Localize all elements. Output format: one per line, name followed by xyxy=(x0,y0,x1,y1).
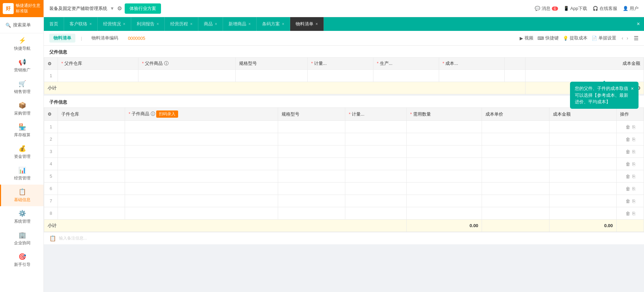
copy-icon[interactable]: ⎘ xyxy=(632,174,635,179)
online-service-button[interactable]: 🎧 在线客服 xyxy=(593,5,617,12)
tab-goods[interactable]: 商品 × xyxy=(198,17,223,31)
app-download-button[interactable]: 📱 App下载 xyxy=(564,5,587,12)
tab-ops-history-close[interactable]: × xyxy=(190,22,193,26)
child-row-2-warehouse[interactable] xyxy=(58,133,125,145)
child-col-settings[interactable]: ⚙ xyxy=(44,108,58,121)
parent-row-1-product[interactable] xyxy=(138,70,235,82)
tab-ops-status[interactable]: 经营情况 × xyxy=(98,17,131,31)
child-row-2-product[interactable] xyxy=(125,133,278,145)
child-row-4-product[interactable] xyxy=(125,158,278,170)
child-row-5-unit-cost[interactable] xyxy=(482,170,549,183)
child-row-2-qty[interactable] xyxy=(407,133,482,145)
child-row-6-spec[interactable] xyxy=(278,183,345,195)
child-row-2-spec[interactable] xyxy=(278,133,345,145)
tooltip-close-button[interactable]: × xyxy=(631,85,634,92)
delete-icon[interactable]: 🗑 xyxy=(626,186,630,191)
delete-icon[interactable]: 🗑 xyxy=(626,161,630,167)
tab-home[interactable]: 首页 xyxy=(44,17,64,31)
child-row-2-unit[interactable] xyxy=(345,133,407,145)
tab-barcode-close[interactable]: × xyxy=(282,22,284,26)
gear-icon[interactable]: ⚙ xyxy=(117,5,122,12)
copy-icon[interactable]: ⎘ xyxy=(632,198,635,204)
child-row-8-spec[interactable] xyxy=(278,207,345,220)
delete-icon[interactable]: 🗑 xyxy=(626,149,630,154)
sidebar-item-quick-nav[interactable]: ⚡ 快捷导航 xyxy=(0,33,44,55)
sidebar-item-guide[interactable]: 🎯 新手引导 xyxy=(0,249,44,271)
child-row-4-warehouse[interactable] xyxy=(58,158,125,170)
sidebar-item-inventory[interactable]: 🏪 库存核算 xyxy=(0,120,44,141)
breadcrumb-bom-code[interactable]: 物料清单编码 xyxy=(87,34,122,43)
tab-customer[interactable]: 客户联络 × xyxy=(64,17,98,31)
hint-text[interactable]: 输入备注信息... xyxy=(59,235,87,241)
nav-next[interactable]: › xyxy=(625,35,630,42)
child-row-6-warehouse[interactable] xyxy=(58,183,125,195)
copy-icon[interactable]: ⎘ xyxy=(632,149,635,154)
child-row-1-qty[interactable] xyxy=(407,121,482,133)
child-row-4-qty[interactable] xyxy=(407,158,482,170)
copy-icon[interactable]: ⎘ xyxy=(632,211,635,216)
parent-col-settings[interactable]: ⚙ xyxy=(44,58,58,70)
tab-bom[interactable]: 物料清单 × xyxy=(290,17,324,31)
tab-barcode[interactable]: 条码方案 × xyxy=(257,17,290,31)
child-row-1-spec[interactable] xyxy=(278,121,345,133)
view-action[interactable]: ▶ 视频 xyxy=(520,35,533,41)
message-button[interactable]: 💬 消息 6 xyxy=(535,5,558,12)
child-row-3-warehouse[interactable] xyxy=(58,145,125,158)
copy-icon[interactable]: ⎘ xyxy=(632,161,635,167)
user-button[interactable]: 👤 用户 xyxy=(623,5,639,12)
child-row-1-warehouse[interactable] xyxy=(58,121,125,133)
parent-row-1-warehouse[interactable] xyxy=(58,70,138,82)
child-row-4-unit[interactable] xyxy=(345,158,407,170)
tab-bom-close[interactable]: × xyxy=(315,22,318,26)
child-row-7-unit-cost[interactable] xyxy=(482,195,549,207)
sidebar-item-marketing[interactable]: 📢 营销推广 xyxy=(0,55,44,77)
dropdown-arrow-icon[interactable]: ▼ xyxy=(110,6,114,11)
child-row-7-product[interactable] xyxy=(125,195,278,207)
settings-action[interactable]: 📄 单据设置 xyxy=(592,35,616,41)
tab-profit-close[interactable]: × xyxy=(157,22,159,26)
delete-icon[interactable]: 🗑 xyxy=(626,124,630,130)
delete-icon[interactable]: 🗑 xyxy=(626,211,630,216)
child-row-8-unit-cost[interactable] xyxy=(482,207,549,220)
try-btn[interactable]: 体验行业方案 xyxy=(125,3,161,14)
child-row-3-qty[interactable] xyxy=(407,145,482,158)
child-row-7-qty[interactable] xyxy=(407,195,482,207)
child-row-4-spec[interactable] xyxy=(278,158,345,170)
child-row-6-unit-cost[interactable] xyxy=(482,183,549,195)
child-row-7-spec[interactable] xyxy=(278,195,345,207)
child-row-7-warehouse[interactable] xyxy=(58,195,125,207)
child-row-1-unit-cost[interactable] xyxy=(482,121,549,133)
sidebar-item-operations[interactable]: 📊 经营管理 xyxy=(0,163,44,185)
cost-action[interactable]: 💡 提取成本 xyxy=(563,35,587,41)
child-row-6-unit[interactable] xyxy=(345,183,407,195)
shortcut-action[interactable]: ⌨ 快捷键 xyxy=(537,35,559,41)
delete-icon[interactable]: 🗑 xyxy=(626,137,630,142)
tab-ops-status-close[interactable]: × xyxy=(123,22,125,26)
child-row-3-product[interactable] xyxy=(125,145,278,158)
tab-customer-close[interactable]: × xyxy=(89,22,92,26)
tab-new-goods-close[interactable]: × xyxy=(248,22,251,26)
copy-icon[interactable]: ⎘ xyxy=(632,186,635,191)
child-row-2-unit-cost[interactable] xyxy=(482,133,549,145)
child-row-4-unit-cost[interactable] xyxy=(482,158,549,170)
child-row-8-unit[interactable] xyxy=(345,207,407,220)
child-row-5-spec[interactable] xyxy=(278,170,345,183)
child-row-5-product[interactable] xyxy=(125,170,278,183)
child-row-5-qty[interactable] xyxy=(407,170,482,183)
tab-profit-report[interactable]: 利润报告 × xyxy=(131,17,165,31)
list-view-icon[interactable]: ☰ xyxy=(634,35,639,42)
child-row-1-product[interactable] xyxy=(125,121,278,133)
tab-goods-close[interactable]: × xyxy=(215,22,217,26)
child-row-1-unit[interactable] xyxy=(345,121,407,133)
child-row-5-warehouse[interactable] xyxy=(58,170,125,183)
sidebar-item-purchase[interactable]: 📦 采购管理 xyxy=(0,98,44,120)
child-row-6-qty[interactable] xyxy=(407,183,482,195)
search-menu-button[interactable]: 🔍 搜索菜单 xyxy=(3,20,41,30)
parent-row-1-production[interactable] xyxy=(373,70,439,82)
scan-input-button[interactable]: 扫码录入 xyxy=(156,110,178,118)
child-row-5-unit[interactable] xyxy=(345,170,407,183)
sidebar-item-basic-info[interactable]: 📋 基础信息 xyxy=(0,185,44,206)
child-row-3-spec[interactable] xyxy=(278,145,345,158)
sidebar-item-system[interactable]: ⚙️ 系统管理 xyxy=(0,206,44,228)
tab-new-goods[interactable]: 新增商品 × xyxy=(223,17,257,31)
